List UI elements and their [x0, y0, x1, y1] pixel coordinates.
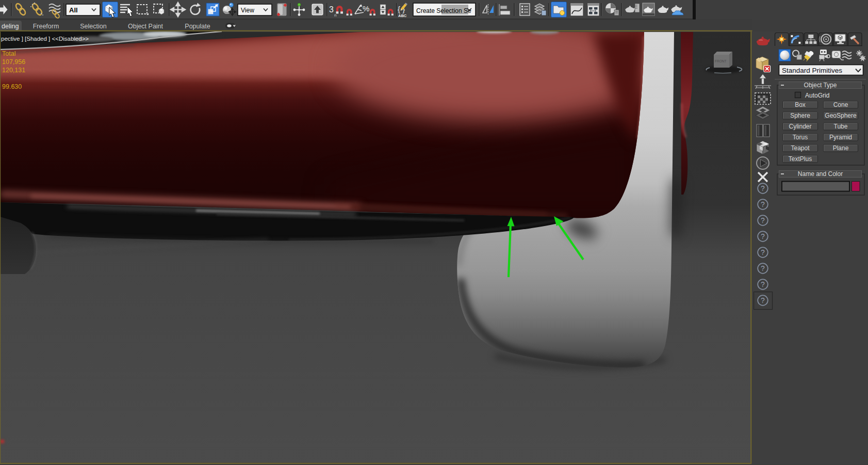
svg-text:Sphere: Sphere	[790, 112, 810, 119]
svg-text:deling: deling	[2, 23, 19, 30]
svg-text:?: ?	[761, 200, 765, 209]
svg-text:Object Paint: Object Paint	[128, 23, 163, 30]
svg-text:Freeform: Freeform	[33, 23, 59, 30]
svg-text:?: ?	[761, 184, 765, 193]
svg-text:Selection: Selection	[80, 23, 106, 30]
svg-text:?: ?	[761, 264, 765, 272]
svg-text:Create Selection Se: Create Selection Se	[416, 7, 471, 14]
svg-text:Populate: Populate	[185, 23, 210, 30]
svg-text:Tube: Tube	[834, 123, 848, 130]
svg-text:All: All	[69, 6, 78, 14]
svg-text:AutoGrid: AutoGrid	[805, 92, 829, 99]
svg-text:?: ?	[761, 248, 765, 256]
svg-text:?: ?	[761, 216, 765, 225]
svg-text:107,956: 107,956	[2, 58, 25, 66]
svg-text:Total: Total	[2, 50, 15, 57]
svg-text:99.630: 99.630	[2, 83, 22, 90]
svg-text:120,131: 120,131	[2, 67, 25, 74]
svg-text:Box: Box	[795, 101, 806, 108]
svg-text:?: ?	[761, 232, 765, 240]
svg-text:ABC: ABC	[398, 13, 407, 18]
svg-text:3: 3	[329, 5, 334, 14]
svg-text:TextPlus: TextPlus	[789, 155, 812, 163]
svg-text:Cone: Cone	[833, 101, 848, 108]
svg-text:Plane: Plane	[833, 145, 849, 152]
svg-text:Name and Color: Name and Color	[798, 170, 843, 178]
svg-text:?: ?	[761, 280, 765, 288]
svg-text:Pyramid: Pyramid	[829, 134, 852, 141]
svg-text:View: View	[241, 7, 254, 14]
svg-text:%: %	[363, 4, 369, 13]
svg-text:Torus: Torus	[793, 134, 808, 141]
svg-text:FRONT: FRONT	[715, 59, 726, 63]
svg-text:Standard Primitives: Standard Primitives	[782, 67, 842, 74]
svg-text:?: ?	[761, 296, 765, 304]
svg-text:GeoSphere: GeoSphere	[825, 112, 857, 119]
svg-text:Object Type: Object Type	[804, 82, 837, 89]
svg-text:Cylinder: Cylinder	[789, 123, 811, 130]
svg-text:pective ] [Shaded ] <<Disable: pective ] [Shaded ] <<Disabled>>	[1, 36, 89, 42]
svg-text:Teapot: Teapot	[791, 145, 810, 152]
svg-text:n: n	[334, 13, 336, 18]
